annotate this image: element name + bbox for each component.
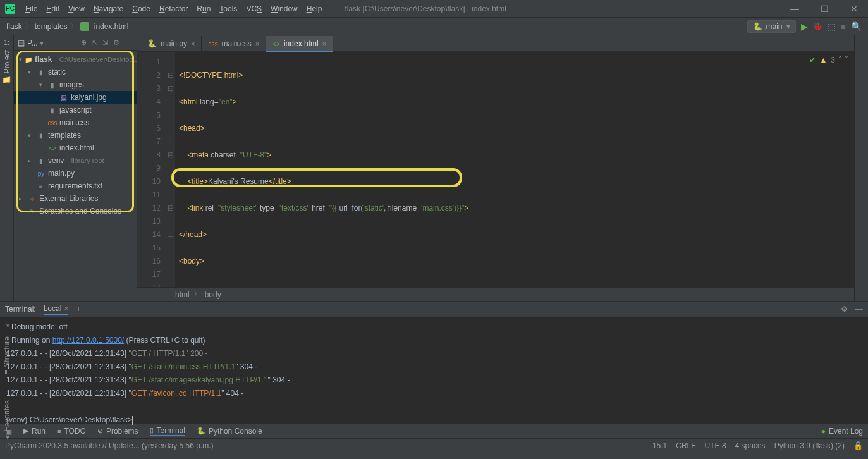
caret-position[interactable]: 15:1 [652,441,667,450]
maximize-button[interactable]: ☐ [816,4,834,14]
menu-help[interactable]: Help [303,3,326,15]
close-icon[interactable]: × [64,304,68,313]
stop-button[interactable]: ■ [841,21,846,32]
tree-indexhtml[interactable]: <>index.html [14,142,137,154]
project-panel-title: P... [27,39,37,47]
status-bar: PyCharm 2020.3.5 available // Update... … [0,438,868,452]
tree-venv[interactable]: ▸▮venv library root [14,154,137,167]
fold-column[interactable]: ⊟⊟⊥⊟⊟⊥ [166,52,175,287]
server-url-link[interactable]: http://127.0.0.1:5000/ [52,336,124,345]
code-content[interactable]: <!DOCTYPE html> <html lang="en"> <head> … [175,52,854,287]
menu-navigate[interactable]: Navigate [90,3,127,15]
tree-requirements[interactable]: ≡requirements.txt [14,180,137,192]
tree-images[interactable]: ▾▮images [14,78,137,91]
code-area[interactable]: 123456789101112131415161718 ⊟⊟⊥⊟⊟⊥ <!DOC… [137,52,854,287]
search-everywhere-button[interactable]: 🔍 [851,21,862,32]
menu-vcs[interactable]: VCS [242,3,266,15]
warning-count: 3 [831,56,835,64]
right-toolwindow-rail [854,35,868,301]
tree-maincss[interactable]: cssmain.css [14,116,137,129]
file-encoding[interactable]: UTF-8 [705,441,726,450]
titlebar: PC File Edit View Navigate Code Refactor… [0,0,868,18]
terminal-panel: Terminal: Local × + ⚙ — * Debug mode: of… [0,301,868,423]
editor-tabs: 🐍main.py× cssmain.css× <>index.html× [137,35,854,52]
gear-icon[interactable]: ⚙ [841,305,848,314]
tree-kalyani-jpg[interactable]: 🖼kalyani.jpg [14,91,137,104]
project-tree[interactable]: ▾📁flask C:\Users\never\Desktop... ▾▮stat… [14,51,137,220]
run-button[interactable]: ▶ [801,21,808,32]
interpreter[interactable]: Python 3.9 (flask) (2) [774,441,845,450]
terminal-toolwindow-button[interactable]: ▯ Terminal [150,426,185,436]
crumb-flask[interactable]: flask [6,22,22,31]
todo-toolwindow-button[interactable]: ≡ TODO [57,427,86,436]
menu-code[interactable]: Code [128,3,154,15]
project-tool-window: ▤ P... ▾ ⊕ ⇱ ⇲ ⚙ — ▾📁flask C:\Users\neve… [14,35,137,301]
menu-run[interactable]: Run [193,3,214,15]
close-icon[interactable]: × [191,40,195,47]
debug-button[interactable]: 🐞 [813,22,822,31]
project-toolwindow-button[interactable]: 📁Project [3,50,11,85]
coverage-button[interactable]: ⬚ [828,21,836,32]
tree-root[interactable]: ▾📁flask C:\Users\never\Desktop... [14,53,137,66]
menu-view[interactable]: View [64,3,89,15]
pyconsole-toolwindow-button[interactable]: 🐍 Python Console [197,427,262,436]
hide-terminal-button[interactable]: — [855,305,863,314]
html-icon: <> [272,40,280,47]
tab-mainpy[interactable]: 🐍main.py× [141,36,202,51]
tree-external-libraries[interactable]: ▸⎆External Libraries [14,192,137,205]
tree-templates[interactable]: ▾▮templates [14,129,137,142]
code-breadcrumbs[interactable]: html〉body [137,287,854,301]
indent-settings[interactable]: 4 spaces [735,441,766,450]
tree-static[interactable]: ▾▮static [14,66,137,78]
menu-tools[interactable]: Tools [216,3,241,15]
terminal-label: Terminal: [5,305,36,314]
add-terminal-button[interactable]: + [76,305,80,314]
settings-icon[interactable]: ⚙ [112,39,121,47]
terminal-output[interactable]: * Debug mode: off * Running on http://12… [0,317,868,423]
close-button[interactable]: ✕ [845,4,863,14]
run-toolwindow-button[interactable]: ▶ Run [23,427,46,436]
close-icon[interactable]: × [255,40,259,47]
problems-toolwindow-button[interactable]: ⊘ Problems [97,427,138,436]
crumb-file[interactable]: index.html [94,22,129,31]
locate-icon[interactable]: ⊕ [80,39,88,47]
collapse-all-icon[interactable]: ⇲ [101,39,109,47]
chevron-up-icon[interactable]: ˆ [839,56,841,64]
menu-window[interactable]: Window [267,3,302,15]
menu-refactor[interactable]: Refactor [156,3,192,15]
tab-maincss[interactable]: cssmain.css× [202,36,266,51]
tab-indexhtml[interactable]: <>index.html× [266,36,333,51]
close-icon[interactable]: × [322,40,326,47]
python-icon: 🐍 [147,39,157,48]
menu-file[interactable]: File [21,3,41,15]
left-toolwindow-rail: 1: 📁Project [0,35,14,301]
check-icon: ✔ [809,56,816,64]
line-separator[interactable]: CRLF [676,441,695,450]
status-message[interactable]: PyCharm 2020.3.5 available // Update... … [5,441,214,450]
lock-icon[interactable]: 🔓 [853,441,863,450]
window-title: flask [C:\Users\never\Desktop\flask] - i… [345,4,506,13]
run-config-label: main [766,22,783,31]
inspections-widget[interactable]: ✔ ▲ 3 ˆ ˇ [809,56,848,64]
editor: 🐍main.py× cssmain.css× <>index.html× 123… [137,35,854,301]
tree-javascript[interactable]: ▮javascript [14,104,137,116]
terminal-caret [132,416,133,425]
terminal-tab-local[interactable]: Local × [44,304,69,315]
project-dropdown-icon[interactable]: ▤ [18,39,25,47]
main-menu: File Edit View Navigate Code Refactor Ru… [21,3,326,15]
hide-icon[interactable]: — [123,39,133,47]
menu-edit[interactable]: Edit [42,3,63,15]
breadcrumbs[interactable]: flask 〉 templates 〉 index.html [6,21,128,32]
favorites-toolwindow-button[interactable]: ★ Favorites [3,400,11,441]
chevron-down-icon[interactable]: ˇ [845,56,848,64]
structure-toolwindow-button[interactable]: ≣ Structure [3,336,11,375]
warning-icon: ▲ [819,56,827,64]
run-config-selector[interactable]: 🐍 main ▾ [747,20,796,33]
app-logo: PC [5,4,15,14]
tree-scratches[interactable]: ✎Scratches and Consoles [14,205,137,217]
event-log-button[interactable]: ● Event Log [821,427,863,436]
crumb-templates[interactable]: templates [35,22,68,31]
tree-mainpy[interactable]: pymain.py [14,167,137,180]
expand-all-icon[interactable]: ⇱ [90,39,99,47]
minimize-button[interactable]: — [785,4,804,14]
